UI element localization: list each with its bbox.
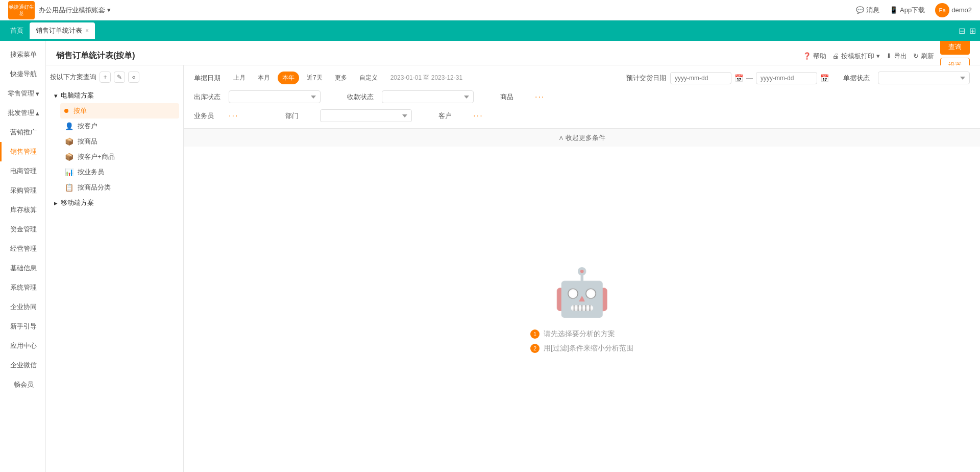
export-icon: ⬇ [886,52,892,60]
date-btn-more[interactable]: 更多 [330,72,352,84]
sidebar-item-newbie[interactable]: 新手引导 [0,317,45,336]
scheme-by-order-label: 按单 [74,106,87,115]
salesperson-group: 业务员 ··· [194,111,238,121]
message-button[interactable]: 💬 消息 [856,6,879,15]
calendar-from-icon[interactable]: 📅 [734,74,743,82]
sidebar-item-inventory[interactable]: 库存核算 [0,200,45,220]
scheme-by-order[interactable]: 按单 [60,103,179,119]
department-label: 部门 [285,111,316,121]
maximize-icon[interactable]: ⊞ [969,26,976,36]
salesperson-more-icon[interactable]: ··· [229,111,238,121]
print-button[interactable]: 🖨 按模板打印 ▾ [832,52,880,61]
goods-icon: 📦 [64,137,74,146]
tree-parent-mobile-label: 移动端方案 [61,198,94,207]
scheme-by-goods-label: 按商品 [78,137,97,146]
date-range-text: 2023-01-01 至 2023-12-31 [390,74,462,81]
goods-more-icon[interactable]: ··· [535,92,545,102]
user-name: demo2 [951,6,972,14]
logo: 畅捷通好生意 [8,1,35,19]
tab-home-label: 首页 [10,26,23,35]
sidebar-item-wechat[interactable]: 企业微信 [0,356,45,375]
collapse-bar[interactable]: ∧ 收起更多条件 [184,129,980,147]
tab-home[interactable]: 首页 [4,22,30,39]
plus-icon: + [103,74,107,81]
tip-num-2: 2 [530,344,540,353]
scheme-by-customer-goods[interactable]: 📦 按客户+商品 [60,149,179,164]
date-btn-custom[interactable]: 自定义 [355,72,382,84]
tab-active[interactable]: 销售订单统计表 × [30,22,95,39]
collapse-icon: ∧ [558,134,566,141]
tree-parent-mobile[interactable]: ▸ 移动端方案 [50,195,179,210]
sidebar-item-enterprise[interactable]: 企业协同 [0,297,45,317]
department-select[interactable] [320,109,412,122]
collapse-icon: « [132,74,136,81]
collapse-panel-button[interactable]: « [128,72,139,83]
sidebar-item-system[interactable]: 系统管理 [0,278,45,297]
sidebar-item-finance[interactable]: 资金管理 [0,220,45,239]
download-icon: 📱 [890,6,898,14]
sidebar-item-basic[interactable]: 基础信息 [0,258,45,278]
refresh-button[interactable]: ↻ 刷新 [913,52,934,61]
customer-group: 客户 ··· [438,111,483,121]
logo-text: 畅捷通好生意 [8,4,35,16]
query-button[interactable]: 查询 [940,41,970,55]
tree-parent-pc[interactable]: ▾ 电脑端方案 [50,88,179,103]
tree-parent-pc-label: 电脑端方案 [61,91,94,100]
salesperson-label: 业务员 [194,111,225,121]
empty-tip-2: 2 用[过滤]条件来缩小分析范围 [530,344,633,353]
expected-date-from[interactable] [670,72,731,84]
receipt-status-label: 收款状态 [347,92,378,102]
customer-label: 客户 [438,111,469,121]
empty-illustration: 🤖 [553,266,610,319]
sidebar-item-appcenter[interactable]: 应用中心 [0,336,45,356]
date-btn-last-7-days[interactable]: 近7天 [302,72,327,84]
sidebar-item-sales[interactable]: 销售管理 [0,142,45,161]
date-btn-this-year[interactable]: 本年 [278,72,299,84]
sidebar-item-wholesale[interactable]: 批发管理 ▴ [0,103,45,123]
edit-icon: ✎ [117,74,122,81]
help-button[interactable]: ❓ 帮助 [803,52,826,61]
shipment-status-group: 出库状态 [194,90,321,103]
app-download-button[interactable]: 📱 App下载 [890,6,925,15]
sidebar-item-quicknav[interactable]: 快捷导航 [0,64,45,84]
help-icon: ❓ [803,52,811,60]
panel-title-row: 按以下方案查询 + ✎ « [50,72,179,83]
user-menu[interactable]: Ea demo2 [935,3,972,17]
sidebar-item-member[interactable]: 畅会员 [0,375,45,394]
right-content: 单据日期 上月 本月 本年 近7天 更多 自定义 2023-01-0 [184,65,980,472]
scheme-by-salesperson[interactable]: 📊 按业务员 [60,164,179,180]
active-indicator [64,109,68,113]
chevron-icon: ▾ [36,90,39,98]
minimize-icon[interactable]: ⊟ [959,26,965,36]
add-scheme-button[interactable]: + [100,72,111,83]
sidebar-item-search[interactable]: 搜索菜单 [0,45,45,64]
scheme-by-customer[interactable]: 👤 按客户 [60,119,179,134]
date-btn-this-month[interactable]: 本月 [253,72,275,84]
customer-more-icon[interactable]: ··· [473,111,483,121]
sidebar-item-ecommerce[interactable]: 电商管理 [0,161,45,181]
scheme-by-goods[interactable]: 📦 按商品 [60,134,179,149]
salesperson-icon: 📊 [64,168,74,177]
date-btn-last-month[interactable]: 上月 [229,72,250,84]
edit-scheme-button[interactable]: ✎ [114,72,125,83]
export-button[interactable]: ⬇ 导出 [886,52,907,61]
tab-close-icon[interactable]: × [85,27,89,34]
print-chevron-icon: ▾ [876,52,880,60]
sidebar-item-purchase[interactable]: 采购管理 [0,181,45,200]
date-label: 单据日期 [194,74,225,83]
empty-tip-1: 1 请先选择要分析的方案 [530,329,633,339]
goods-label: 商品 [500,92,531,102]
calendar-to-icon[interactable]: 📅 [820,74,829,82]
app-selector-label: 办公用品行业模拟账套 [39,6,105,15]
receipt-status-select[interactable] [382,90,474,103]
message-label: 消息 [866,6,879,15]
expected-date-to[interactable] [756,72,817,84]
status-select[interactable] [878,72,970,84]
sidebar-item-retail[interactable]: 零售管理 ▾ [0,84,45,103]
panel-title-label: 按以下方案查询 [50,73,96,82]
sidebar-item-operations[interactable]: 经营管理 [0,239,45,258]
app-selector[interactable]: 办公用品行业模拟账套 ▾ [39,6,111,15]
shipment-status-select[interactable] [229,90,321,103]
scheme-by-category[interactable]: 📋 按商品分类 [60,180,179,195]
sidebar-item-marketing[interactable]: 营销推广 [0,123,45,142]
